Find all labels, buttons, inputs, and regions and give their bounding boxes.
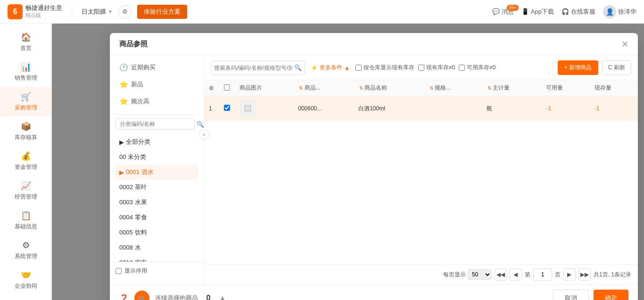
- sidebar-item-home[interactable]: 🏠 首页: [0, 27, 51, 57]
- check-current-stock[interactable]: 现有库存≠0: [418, 64, 455, 72]
- star-icon: ⭐: [119, 80, 128, 89]
- app-download-button[interactable]: 📱 App下载: [521, 8, 554, 16]
- col-checkbox[interactable]: [219, 80, 235, 96]
- frequency-icon: ⭐: [119, 97, 128, 106]
- col-name-label: 商品名称: [364, 84, 387, 91]
- branch-selector[interactable]: 日太阳膜 ▼: [82, 8, 113, 16]
- sidebar-item-enterprise[interactable]: 🤝 企业协同: [0, 265, 51, 295]
- sidebar-item-inventory[interactable]: 📦 库存核算: [0, 117, 51, 146]
- modal-body: 🕐 近期购买 ⭐ 新品 ⭐ 频次高: [110, 56, 638, 284]
- show-disabled-checkbox[interactable]: 显示停用: [116, 267, 198, 275]
- col-spec-label: 规格...: [435, 84, 451, 91]
- sidebar-item-operation[interactable]: 📈 经营管理: [0, 176, 51, 206]
- collapse-button[interactable]: «: [199, 129, 209, 140]
- category-search: 🔍: [110, 117, 204, 132]
- category-0002[interactable]: 0002 茶叶: [116, 180, 198, 195]
- cell-seq: 1: [204, 96, 219, 121]
- left-nav: 🕐 近期购买 ⭐ 新品 ⭐ 频次高: [110, 60, 204, 112]
- sidebar-item-basic[interactable]: 📋 基础信息: [0, 206, 51, 235]
- category-0003[interactable]: 0003 水果: [116, 195, 198, 210]
- col-name-header[interactable]: ⇅ 商品名称: [354, 80, 424, 96]
- sidebar-operation-label: 经营管理: [15, 193, 37, 201]
- sort-icon-code: ⇅: [299, 85, 303, 91]
- col-code-header[interactable]: ⇅ 商品...: [293, 80, 354, 96]
- check-warehouse-stock[interactable]: 按仓库显示现有库存: [355, 64, 414, 72]
- left-nav-recent[interactable]: 🕐 近期购买: [116, 60, 198, 75]
- first-page-button[interactable]: ◀◀: [495, 268, 507, 281]
- col-available-header[interactable]: 可用量: [541, 80, 589, 96]
- cell-unit: 瓶: [482, 96, 542, 121]
- system-icon: ⚙: [22, 240, 30, 250]
- col-settings[interactable]: ⚙: [204, 80, 219, 96]
- page-number-input[interactable]: [533, 268, 552, 281]
- message-button[interactable]: 💬 消息 99+: [492, 8, 514, 16]
- search-icon[interactable]: 🔍: [294, 64, 302, 71]
- left-panel: 🕐 近期购买 ⭐ 新品 ⭐ 频次高: [110, 56, 204, 284]
- sidebar-system-label: 系统管理: [15, 252, 37, 260]
- check-warehouse-label: 按仓库显示现有库存: [363, 64, 414, 72]
- sidebar-item-system[interactable]: ⚙ 系统管理: [0, 235, 51, 265]
- modal-close-button[interactable]: ✕: [621, 40, 628, 49]
- branch-name: 日太阳膜: [82, 8, 106, 16]
- sidebar-inventory-label: 库存核算: [15, 133, 37, 142]
- cancel-button[interactable]: 取消: [553, 290, 589, 300]
- per-page-dropdown[interactable]: 50 10 20 100: [468, 269, 492, 280]
- table-row[interactable]: 1 🖼 000600... 白酒100ml 瓶 -1: [204, 96, 638, 121]
- confirm-button[interactable]: 确定: [594, 290, 628, 300]
- sidebar-item-finance[interactable]: 💰 资金管理: [0, 146, 51, 176]
- category-0008[interactable]: 0008 水: [116, 240, 198, 255]
- category-search-icon[interactable]: 🔍: [197, 121, 204, 128]
- sidebar-item-guide[interactable]: 🎯 新手引导: [0, 295, 51, 300]
- category-all[interactable]: ▶ 全部分类: [116, 134, 198, 150]
- col-unit-header[interactable]: ⇅ 主计量: [482, 80, 542, 96]
- check-available-stock[interactable]: 可用库存≠0: [459, 64, 495, 72]
- online-service-button[interactable]: 🎧 在线客服: [561, 8, 595, 16]
- refresh-button[interactable]: C 刷新: [602, 60, 631, 75]
- sort-icon-unit: ⇅: [487, 85, 491, 91]
- more-filter-button[interactable]: ⚡ 更多条件 ▲: [309, 64, 352, 72]
- sidebar-enterprise-label: 企业协同: [15, 282, 37, 290]
- category-00[interactable]: 00 未分类: [116, 150, 198, 165]
- category-0004[interactable]: 0004 零食: [116, 210, 198, 225]
- prev-page-button[interactable]: ◀: [510, 268, 522, 281]
- select-all-checkbox[interactable]: [224, 84, 230, 91]
- user-info[interactable]: 👤 徐泽华: [603, 5, 636, 18]
- cat0005-label: 0005 饮料: [119, 228, 147, 237]
- show-disabled-input[interactable]: [116, 268, 122, 274]
- help-icon[interactable]: ❓: [119, 294, 129, 300]
- cell-code: 000600...: [293, 96, 354, 121]
- settings-icon[interactable]: ⚙: [118, 5, 132, 18]
- check-warehouse-input[interactable]: [355, 65, 362, 71]
- category-0010[interactable]: 0010 家电: [116, 255, 198, 262]
- cat0004-label: 0004 零食: [119, 213, 147, 222]
- sidebar: 🏠 首页 📊 销售管理 🛒 采购管理 📦 库存核算 💰 资金管理 📈 经营管理 …: [0, 24, 52, 300]
- cell-checkbox[interactable]: [219, 96, 235, 121]
- check-available-input[interactable]: [459, 65, 465, 71]
- finance-icon: 💰: [21, 151, 31, 161]
- row-checkbox[interactable]: [224, 105, 230, 111]
- left-nav-frequent[interactable]: ⭐ 频次高: [116, 94, 198, 108]
- product-search-input[interactable]: [214, 65, 292, 71]
- col-spec-header[interactable]: ⇅ 规格...: [424, 80, 482, 96]
- sidebar-sales-label: 销售管理: [15, 74, 37, 82]
- check-current-input[interactable]: [418, 65, 424, 71]
- next-page-button[interactable]: ▶: [563, 268, 576, 281]
- modal-title: 商品参照: [119, 40, 148, 49]
- app-download-label: App下载: [531, 8, 554, 16]
- category-0005[interactable]: 0005 饮料: [116, 225, 198, 240]
- col-stock-header[interactable]: 现存量: [590, 80, 638, 96]
- category-search-input[interactable]: [116, 118, 195, 130]
- col-available-label: 可用量: [546, 84, 563, 91]
- last-page-button[interactable]: ▶▶: [578, 268, 591, 281]
- sidebar-item-purchase[interactable]: 🛒 采购管理: [0, 87, 51, 117]
- per-page-label: 每页显示: [443, 271, 466, 279]
- trial-button[interactable]: 体验行业方案: [137, 5, 187, 19]
- sidebar-item-sales[interactable]: 📊 销售管理: [0, 57, 51, 87]
- selected-products-label: 连续选择的商品: [155, 294, 198, 300]
- category-0001[interactable]: ▶ 0001 酒水: [116, 165, 198, 180]
- logo-icon: 6: [8, 4, 23, 19]
- add-product-button[interactable]: + 新增商品: [558, 60, 598, 75]
- left-nav-new[interactable]: ⭐ 新品: [116, 77, 198, 92]
- cell-name: 白酒100ml: [354, 96, 424, 121]
- footer-collapse-icon[interactable]: ▲: [219, 294, 226, 300]
